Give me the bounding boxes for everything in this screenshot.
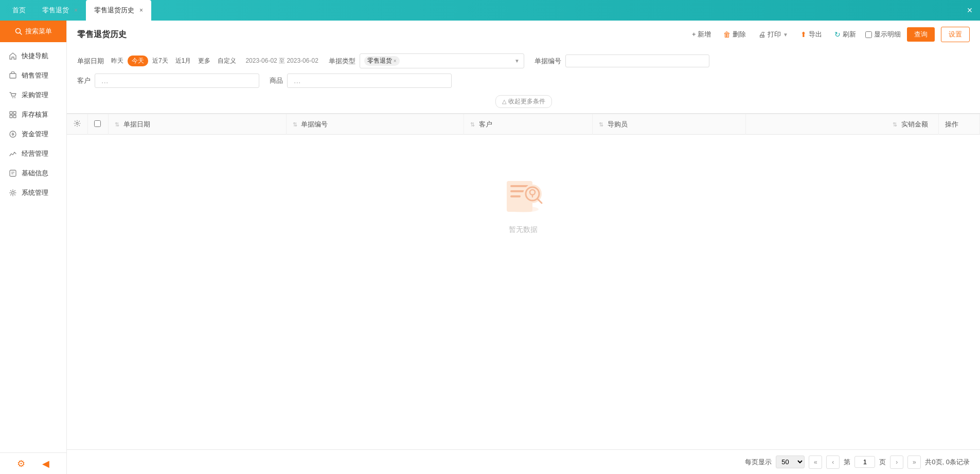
svg-rect-5 bbox=[10, 112, 12, 114]
page-number-input[interactable] bbox=[854, 456, 875, 468]
content-area: 零售退货历史 + 新增 🗑 删除 🖨 打印 ▼ ⬆ bbox=[67, 21, 980, 474]
goods-filter-label: 商品 bbox=[270, 76, 283, 85]
goods-filter-field: 商品 ... bbox=[270, 74, 452, 88]
th-amount[interactable]: 实销金额 bbox=[745, 114, 938, 135]
th-settings[interactable] bbox=[67, 114, 88, 135]
first-page-button[interactable]: « bbox=[809, 455, 822, 469]
date-opt-more[interactable]: 更多 bbox=[195, 56, 213, 66]
sidebar-item-sales-label: 销售管理 bbox=[22, 71, 48, 80]
date-opt-1month[interactable]: 近1月 bbox=[172, 56, 194, 66]
th-actions: 操作 bbox=[939, 114, 980, 135]
sidebar-item-system[interactable]: 系统管理 bbox=[0, 183, 66, 203]
sidebar-item-basicinfo[interactable]: 基础信息 bbox=[0, 163, 66, 183]
tab-home[interactable]: 首页 bbox=[4, 0, 34, 21]
th-guide[interactable]: 导购员 bbox=[593, 114, 746, 135]
select-all-checkbox[interactable] bbox=[94, 120, 101, 127]
voucher-type-filter-field: 单据类型 零售退货 × ▼ bbox=[329, 53, 524, 68]
delete-button[interactable]: 🗑 删除 bbox=[720, 28, 749, 41]
sidebar-item-purchase[interactable]: 采购管理 bbox=[0, 85, 66, 105]
date-opt-7days[interactable]: 近7天 bbox=[149, 56, 171, 66]
query-button[interactable]: 查询 bbox=[907, 27, 935, 42]
svg-rect-19 bbox=[510, 195, 521, 197]
th-checkbox[interactable] bbox=[88, 114, 109, 135]
purchase-icon bbox=[8, 90, 17, 100]
prev-page-button[interactable]: ‹ bbox=[826, 455, 840, 469]
page-header: 零售退货历史 + 新增 🗑 删除 🖨 打印 ▼ ⬆ bbox=[67, 21, 980, 114]
tab-retail-return-label: 零售退货 bbox=[42, 6, 69, 15]
sidebar-item-finance[interactable]: 资金管理 bbox=[0, 124, 66, 144]
collapse-bar: △ 收起更多条件 bbox=[77, 93, 970, 113]
page-size-label: 每页显示 bbox=[745, 458, 772, 467]
print-button[interactable]: 🖨 打印 ▼ bbox=[755, 28, 791, 41]
settings-page-button[interactable]: 设置 bbox=[941, 27, 970, 42]
voucher-type-label: 单据类型 bbox=[329, 57, 355, 66]
new-button-label: + 新增 bbox=[692, 30, 711, 39]
next-page-button[interactable]: › bbox=[890, 455, 903, 469]
first-page-icon: « bbox=[814, 459, 817, 466]
empty-text: 暂无数据 bbox=[509, 225, 538, 234]
empty-state-icon bbox=[497, 166, 549, 217]
sidebar-search-label: 搜索菜单 bbox=[25, 27, 52, 36]
voucher-type-tag-close[interactable]: × bbox=[394, 58, 397, 64]
filter-bar: 单据日期 昨天 今天 近7天 近1月 更多 自定义 2023-06-02 至 2… bbox=[77, 48, 970, 113]
svg-rect-18 bbox=[510, 190, 525, 192]
voucher-type-tag-value: 零售退货 bbox=[367, 57, 392, 65]
th-customer[interactable]: 客户 bbox=[464, 114, 593, 135]
settings-bottom-icon[interactable]: ⚙ bbox=[17, 458, 25, 469]
total-label: 共0页, 0条记录 bbox=[925, 458, 970, 467]
page-unit: 页 bbox=[879, 458, 886, 467]
sidebar-item-sales[interactable]: 销售管理 bbox=[0, 66, 66, 85]
search-icon bbox=[15, 28, 22, 35]
voucher-type-input[interactable]: 零售退货 × ▼ bbox=[360, 53, 524, 68]
sidebar-item-finance-label: 资金管理 bbox=[22, 130, 48, 139]
home-icon bbox=[8, 51, 17, 61]
sidebar-item-business[interactable]: 经营管理 bbox=[0, 144, 66, 163]
date-opt-yesterday[interactable]: 昨天 bbox=[108, 56, 127, 66]
window-close-button[interactable]: × bbox=[959, 0, 980, 21]
th-no-label: 单据编号 bbox=[301, 120, 328, 128]
tab-retail-return[interactable]: 零售退货 × bbox=[34, 0, 86, 21]
voucher-no-input[interactable] bbox=[565, 54, 709, 67]
th-guide-label: 导购员 bbox=[608, 120, 628, 128]
collapse-button[interactable]: △ 收起更多条件 bbox=[495, 95, 552, 108]
collapse-label: 收起更多条件 bbox=[508, 97, 545, 106]
sidebar-item-inventory[interactable]: 库存核算 bbox=[0, 105, 66, 124]
main-layout: 搜索菜单 快捷导航 销售管理 bbox=[0, 21, 980, 474]
page-size-select[interactable]: 50 100 200 bbox=[776, 455, 805, 468]
voucher-type-dropdown-arrow: ▼ bbox=[514, 58, 520, 64]
date-opt-today[interactable]: 今天 bbox=[128, 56, 148, 66]
sidebar-search-button[interactable]: 搜索菜单 bbox=[0, 21, 66, 42]
customer-input[interactable]: ... bbox=[95, 74, 259, 88]
th-date-label: 单据日期 bbox=[123, 120, 150, 128]
sales-icon bbox=[8, 71, 17, 80]
voucher-type-tag: 零售退货 × bbox=[364, 56, 400, 66]
show-detail-checkbox[interactable] bbox=[865, 31, 872, 38]
export-button[interactable]: ⬆ 导出 bbox=[797, 28, 825, 41]
th-no[interactable]: 单据编号 bbox=[286, 114, 464, 135]
new-button[interactable]: + 新增 bbox=[689, 28, 714, 41]
refresh-icon: ↻ bbox=[834, 30, 841, 39]
tab-retail-return-history[interactable]: 零售退货历史 × bbox=[86, 0, 151, 21]
table-header-row: 单据日期 单据编号 客户 导购员 实销金额 bbox=[67, 114, 980, 135]
th-date[interactable]: 单据日期 bbox=[109, 114, 287, 135]
svg-point-14 bbox=[76, 122, 78, 124]
sidebar-item-basicinfo-label: 基础信息 bbox=[22, 169, 48, 178]
print-dropdown-icon: ▼ bbox=[783, 32, 788, 38]
date-filter-field: 单据日期 昨天 今天 近7天 近1月 更多 自定义 2023-06-02 至 2… bbox=[77, 56, 318, 66]
refresh-button[interactable]: ↻ 刷新 bbox=[831, 28, 859, 41]
collapse-icon: △ bbox=[502, 98, 506, 105]
table-settings-icon bbox=[73, 119, 81, 127]
volume-bottom-icon[interactable]: ◀ bbox=[42, 458, 49, 469]
goods-input[interactable]: ... bbox=[287, 74, 452, 88]
sidebar-item-purchase-label: 采购管理 bbox=[22, 90, 48, 100]
sidebar-item-quicknav[interactable]: 快捷导航 bbox=[0, 46, 66, 66]
page-title-bar: 零售退货历史 + 新增 🗑 删除 🖨 打印 ▼ ⬆ bbox=[77, 27, 970, 42]
last-page-button[interactable]: » bbox=[907, 455, 921, 469]
tab-retail-return-close[interactable]: × bbox=[74, 7, 78, 14]
sidebar-bottom: ⚙ ◀ bbox=[0, 452, 66, 474]
date-opt-custom[interactable]: 自定义 bbox=[215, 56, 239, 66]
tab-retail-return-history-close[interactable]: × bbox=[139, 7, 143, 14]
page-title: 零售退货历史 bbox=[77, 29, 127, 40]
date-filter-label: 单据日期 bbox=[77, 57, 104, 66]
customer-filter-field: 客户 ... bbox=[77, 74, 259, 88]
